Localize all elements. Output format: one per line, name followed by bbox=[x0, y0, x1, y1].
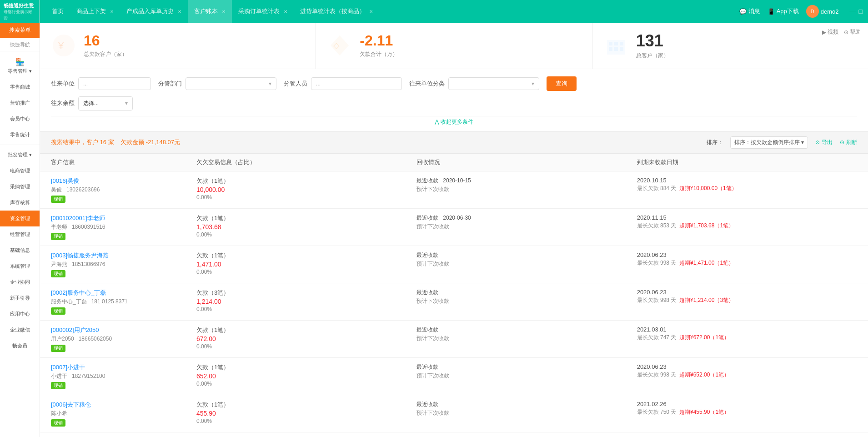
overdue-link-7[interactable]: 超期¥455.90（1笔） bbox=[679, 409, 729, 415]
customer-link-4[interactable]: [0002]服务中心_丁磊 bbox=[51, 289, 106, 296]
tab-product-onoff[interactable]: 商品上下架 ✕ bbox=[70, 0, 120, 23]
source-unit-input[interactable]: ... bbox=[78, 77, 151, 90]
query-btn[interactable]: 查询 bbox=[547, 76, 577, 91]
customer-tag-3: 现销 bbox=[51, 270, 65, 277]
svg-text:¥: ¥ bbox=[58, 40, 64, 51]
filter-balance: 往来余额 选择... ▾ bbox=[51, 96, 133, 111]
sidebar-item-finance-mgmt[interactable]: 资金管理 bbox=[0, 211, 40, 226]
sidebar-item-retail-mgmt[interactable]: 🏪 零售管理 ▾ bbox=[0, 53, 40, 79]
customer-phone-6: 小进干 18279152100 bbox=[51, 372, 196, 380]
svg-rect-10 bbox=[620, 47, 623, 51]
close-inbound-stats[interactable]: ✕ bbox=[369, 9, 373, 14]
overdue-link-6[interactable]: 超期¥652.00（1笔） bbox=[679, 372, 729, 378]
manager-input[interactable]: ... bbox=[311, 77, 402, 90]
customer-link-6[interactable]: [0007]小进干 bbox=[51, 364, 85, 371]
overdue-link-5[interactable]: 超期¥672.00（1笔） bbox=[679, 334, 729, 341]
customer-link-3[interactable]: [0003]畅捷服务尹海燕 bbox=[51, 252, 109, 259]
minimize-btn[interactable]: — bbox=[850, 8, 856, 15]
sidebar-item-sys-mgmt[interactable]: 系统管理 bbox=[0, 258, 40, 274]
sidebar-item-member-vip[interactable]: 畅会员 bbox=[0, 338, 40, 354]
sidebar-item-purchase-mgmt[interactable]: 采购管理 bbox=[0, 179, 40, 195]
close-product-onoff[interactable]: ✕ bbox=[110, 9, 114, 14]
col-customer-info: 客户信息 bbox=[51, 158, 196, 166]
overdue-link-2[interactable]: 超期¥1,703.68（1笔） bbox=[679, 222, 734, 229]
debt-cell-3: 欠款（1笔） 1,471.00 0.00% bbox=[196, 251, 416, 275]
window-controls: — □ bbox=[850, 8, 863, 15]
message-btn[interactable]: 💬 消息 bbox=[739, 7, 760, 15]
refresh-btn[interactable]: ⊙ 刷新 bbox=[840, 139, 857, 146]
customer-cell-1: [0016]吴俊 吴俊 13026203696 现销 bbox=[51, 177, 196, 203]
maximize-btn[interactable]: □ bbox=[859, 8, 863, 15]
customer-tag-5: 现销 bbox=[51, 345, 65, 352]
stat-info-1: 16 总欠款客户（家） bbox=[84, 33, 305, 58]
balance-value: 选择... bbox=[83, 100, 99, 107]
return-cell-4: 最近收款 预计下次收款 bbox=[416, 289, 637, 305]
sidebar-item-new-guide[interactable]: 新手引导 bbox=[0, 290, 40, 306]
close-product-inbound[interactable]: ✕ bbox=[178, 9, 181, 14]
svg-text:◇: ◇ bbox=[333, 41, 340, 50]
stats-actions: ▶ 视频 ⊙ 帮助 bbox=[822, 28, 861, 36]
content-area: ▶ 视频 ⊙ 帮助 ¥ bbox=[40, 23, 868, 437]
app-subtitle: 母婴行业演示账套 bbox=[4, 9, 36, 21]
sidebar-item-inventory[interactable]: 库存核算 bbox=[0, 195, 40, 211]
user-menu-btn[interactable]: D demo2 bbox=[806, 5, 839, 18]
sort-select[interactable]: 排序：按欠款金额倒序排序 ▾ bbox=[730, 136, 808, 149]
sidebar-item-marketing[interactable]: 营销推广 bbox=[0, 95, 40, 111]
sidebar-item-retail-store[interactable]: 零售商城 bbox=[0, 79, 40, 95]
sidebar-item-basic-info[interactable]: 基础信息 bbox=[0, 242, 40, 258]
export-btn[interactable]: ⊙ 导出 bbox=[815, 139, 833, 146]
help-btn[interactable]: ⊙ 帮助 bbox=[844, 28, 861, 36]
video-btn[interactable]: ▶ 视频 bbox=[822, 28, 838, 36]
due-cell-5: 2021.03.01 最长欠款 747 天 超期¥672.00（1笔） bbox=[637, 326, 857, 342]
overdue-link-1[interactable]: 超期¥10,000.00（1笔） bbox=[679, 185, 737, 191]
unit-category-select[interactable]: ▾ bbox=[448, 77, 539, 90]
sidebar-item-member-center[interactable]: 会员中心 bbox=[0, 111, 40, 127]
tab-purchase-order-stats[interactable]: 采购订单统计表 ✕ bbox=[232, 0, 294, 23]
overdue-link-4[interactable]: 超期¥1,214.00（3笔） bbox=[679, 297, 734, 303]
customer-cell-4: [0002]服务中心_丁磊 服务中心_丁磊 181 0125 8371 现销 bbox=[51, 289, 196, 315]
svg-rect-7 bbox=[620, 42, 623, 45]
sidebar-item-app-center[interactable]: 应用中心 bbox=[0, 306, 40, 322]
sidebar-item-ops-mgmt[interactable]: 经营管理 bbox=[0, 226, 40, 242]
tab-home[interactable]: 首页 bbox=[45, 0, 70, 23]
due-cell-6: 2020.06.23 最长欠款 998 天 超期¥652.00（1笔） bbox=[637, 363, 857, 379]
customer-link-2[interactable]: [0001020001]李老师 bbox=[51, 215, 105, 221]
col-debt-info: 欠欠交易信息（占比） bbox=[196, 158, 416, 166]
svg-rect-5 bbox=[609, 42, 612, 45]
col-due-date: 到期未收款日期 bbox=[637, 158, 857, 166]
customer-phone-4: 服务中心_丁磊 181 0125 8371 bbox=[51, 298, 196, 306]
sidebar-item-retail-stats[interactable]: 零售统计 bbox=[0, 127, 40, 143]
sidebar-item-enterprise-coop[interactable]: 企业协同 bbox=[0, 274, 40, 290]
building-icon bbox=[604, 34, 628, 57]
customer-phone-2: 李老师 18600391516 bbox=[51, 223, 196, 231]
tab-customer-account[interactable]: 客户账本 ✕ bbox=[188, 0, 232, 23]
customer-link-1[interactable]: [0016]吴俊 bbox=[51, 177, 79, 184]
dept-select[interactable]: ▾ bbox=[186, 77, 276, 90]
topbar: 首页 商品上下架 ✕ 产成品入库单历史 ✕ 客户账本 ✕ 采购订单统计表 ✕ 进… bbox=[40, 0, 868, 23]
collapse-arrow-icon: ⋀ bbox=[435, 119, 439, 125]
svg-rect-6 bbox=[614, 42, 618, 45]
sort-label: 排序： bbox=[707, 139, 723, 146]
collapse-more-btn[interactable]: ⋀ 收起更多条件 bbox=[51, 116, 857, 128]
tab-product-inbound[interactable]: 产成品入库单历史 ✕ bbox=[120, 0, 188, 23]
search-menu-btn[interactable]: 搜索菜单 bbox=[0, 23, 40, 38]
table-header: 客户信息 欠欠交易信息（占比） 回收情况 到期未收款日期 bbox=[40, 154, 868, 171]
balance-select[interactable]: 选择... ▾ bbox=[78, 96, 133, 111]
customer-link-7[interactable]: [0006]去下粮仓 bbox=[51, 401, 91, 408]
stats-container: ▶ 视频 ⊙ 帮助 ¥ bbox=[40, 23, 868, 69]
overdue-link-3[interactable]: 超期¥1,471.00（1笔） bbox=[679, 260, 734, 266]
close-customer-account[interactable]: ✕ bbox=[222, 9, 226, 14]
sidebar-logo: 畅捷通好生意 母婴行业演示账套 bbox=[0, 0, 40, 23]
debt-total-label: 欠款合计（万） bbox=[360, 50, 581, 58]
tab-inbound-stats[interactable]: 进货单统计表（按商品） ✕ bbox=[294, 0, 379, 23]
close-purchase-order-stats[interactable]: ✕ bbox=[284, 9, 287, 14]
sidebar-item-batch-mgmt[interactable]: 批发管理 ▾ bbox=[0, 147, 40, 163]
sidebar-item-ecom-mgmt[interactable]: 电商管理 bbox=[0, 163, 40, 179]
customer-link-5[interactable]: [000002]用户2050 bbox=[51, 326, 99, 333]
app-download-btn[interactable]: 📱 App下载 bbox=[768, 7, 799, 15]
table-area: 客户信息 欠欠交易信息（占比） 回收情况 到期未收款日期 [0016]吴俊 吴俊… bbox=[40, 154, 868, 437]
sidebar-item-enterprise-wechat[interactable]: 企业微信 bbox=[0, 322, 40, 338]
stat-info-3: 131 总客户（家） bbox=[636, 32, 857, 60]
due-cell-4: 2020.06.23 最长欠款 998 天 超期¥1,214.00（3笔） bbox=[637, 289, 857, 304]
total-customers-label: 总客户（家） bbox=[636, 52, 857, 60]
